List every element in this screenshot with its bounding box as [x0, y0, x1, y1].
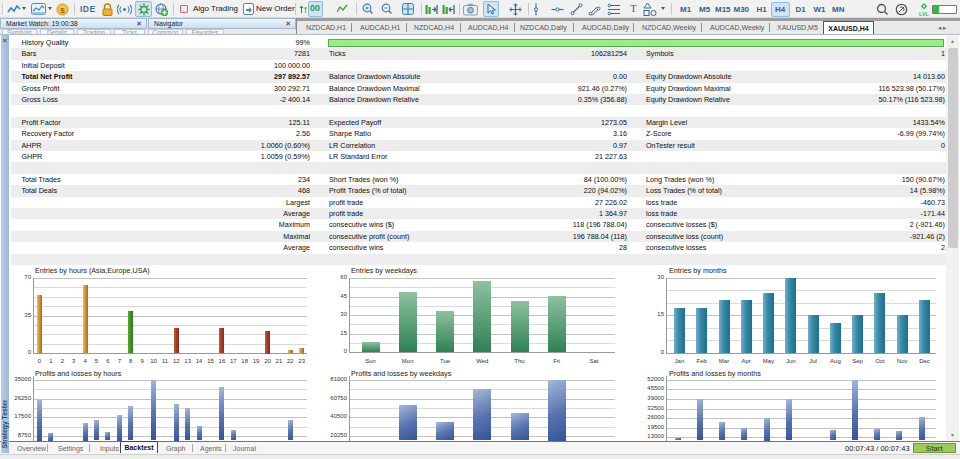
- svg-text:LVL: LVL: [919, 11, 930, 17]
- svg-text:$: $: [60, 6, 65, 15]
